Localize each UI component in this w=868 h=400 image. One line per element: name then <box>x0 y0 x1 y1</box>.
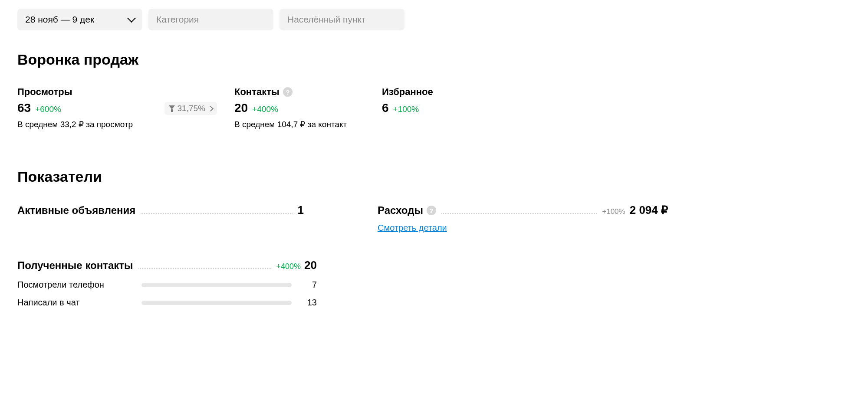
funnel-icon <box>169 105 175 111</box>
bar-value: 13 <box>299 298 317 308</box>
contacts-avg: В среднем 104,7 ₽ за контакт <box>234 119 382 129</box>
city-picker[interactable]: Населённый пункт <box>279 9 404 30</box>
received-contacts-delta: +400% <box>276 262 301 271</box>
help-icon[interactable]: ? <box>427 206 436 215</box>
views-value: 63 <box>17 101 31 115</box>
bar-value: 7 <box>299 280 317 290</box>
funnel-views: Просмотры 63 +600% В среднем 33,2 ₽ за п… <box>17 86 234 129</box>
filters-row: 28 нояб — 9 дек Категория Населённый пун… <box>17 9 851 30</box>
views-delta: +600% <box>35 105 61 114</box>
active-ads-value: 1 <box>298 203 304 217</box>
funnel-favorites: Избранное 6 +100% <box>382 86 503 129</box>
city-placeholder: Населённый пункт <box>287 14 366 25</box>
bar-label: Посмотрели телефон <box>17 280 134 290</box>
expenses-row: Расходы ? +100% 2 094 ₽ <box>378 203 668 217</box>
category-placeholder: Категория <box>156 14 199 25</box>
contacts-value: 20 <box>234 101 248 115</box>
conversion-value: 31,75% <box>178 104 205 113</box>
active-ads-row: Активные объявления 1 <box>17 203 304 217</box>
funnel-contacts: Контакты ? 20 +400% В среднем 104,7 ₽ за… <box>234 86 382 129</box>
funnel-row: Просмотры 63 +600% В среднем 33,2 ₽ за п… <box>17 86 851 129</box>
bar-label: Написали в чат <box>17 298 134 308</box>
received-contacts-label: Полученные контакты <box>17 259 133 272</box>
date-range-picker[interactable]: 28 нояб — 9 дек <box>17 9 142 30</box>
favorites-label: Избранное <box>382 86 503 98</box>
bar-track <box>141 301 292 305</box>
contact-bar-phone: Посмотрели телефон 7 <box>17 280 317 290</box>
contacts-delta: +400% <box>252 105 278 114</box>
conversion-badge[interactable]: 31,75% <box>164 102 217 115</box>
dots-divider <box>138 268 271 269</box>
chevron-down-icon <box>127 14 136 23</box>
expenses-value: 2 094 ₽ <box>630 203 668 217</box>
contact-bar-chat: Написали в чат 13 <box>17 298 317 308</box>
expenses-change: +100% <box>602 207 625 216</box>
date-range-value: 28 нояб — 9 дек <box>25 14 94 25</box>
help-icon[interactable]: ? <box>283 87 293 97</box>
views-label: Просмотры <box>17 86 234 98</box>
expenses-details-link[interactable]: Смотреть детали <box>378 223 447 233</box>
funnel-title: Воронка продаж <box>17 51 851 68</box>
category-picker[interactable]: Категория <box>148 9 273 30</box>
chevron-right-icon <box>208 106 214 111</box>
received-contacts-block: Полученные контакты +400% 20 Посмотрели … <box>17 259 317 308</box>
views-avg: В среднем 33,2 ₽ за просмотр <box>17 119 234 129</box>
bar-track <box>141 283 292 287</box>
received-contacts-value: 20 <box>304 259 317 272</box>
active-ads-label: Активные объявления <box>17 204 135 216</box>
dots-divider <box>141 213 292 214</box>
expenses-label: Расходы <box>378 204 423 216</box>
contacts-label: Контакты <box>234 86 279 98</box>
indicators-grid: Активные объявления 1 Полученные контакт… <box>17 203 851 308</box>
favorites-value: 6 <box>382 101 389 115</box>
favorites-delta: +100% <box>393 105 419 114</box>
dots-divider <box>441 213 597 214</box>
indicators-title: Показатели <box>17 168 851 185</box>
